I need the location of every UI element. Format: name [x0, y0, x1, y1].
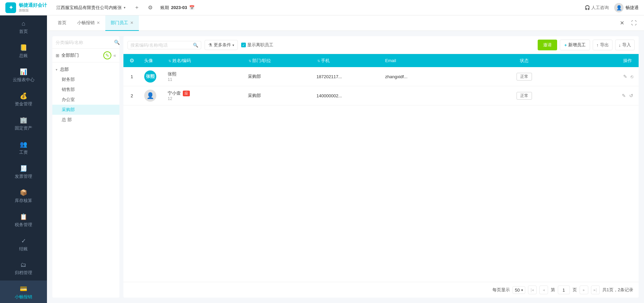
more-filter-button[interactable]: ⚗ 更多条件 ▾	[205, 40, 238, 50]
employee-panel: 🔍 ⚗ 更多条件 ▾ ✓ 显示离职员工 邀请	[123, 36, 639, 298]
top-header: ✦ 畅捷通好会计 旗舰版 江西服宝精品有限责任公司内账张 ▾ ＋ ⚙ 账期 20…	[0, 0, 644, 15]
table-row: 2 👤 宁小壹	[123, 86, 639, 105]
edit-button[interactable]: ✎	[622, 93, 626, 98]
employee-toolbar: 🔍 ⚗ 更多条件 ▾ ✓ 显示离职员工 邀请	[123, 36, 639, 54]
sidebar-item-fund[interactable]: 💰 资金管理	[0, 88, 47, 112]
col-email: Email	[381, 54, 467, 67]
collapse-dept-icon[interactable]: «	[113, 53, 116, 58]
tab-expense[interactable]: 小畅报销 ✕	[72, 15, 105, 31]
sidebar-item-inventory[interactable]: 📦 库存核算	[0, 184, 47, 208]
next-page-button[interactable]: ▸	[580, 286, 588, 294]
ledger-icon: 📒	[20, 44, 27, 51]
dept-item-general[interactable]: 总 部	[52, 115, 119, 125]
dept-item-procurement[interactable]: 采购部	[52, 105, 119, 115]
col-status: 状态	[467, 54, 581, 67]
import-button[interactable]: ↓ 导入	[615, 40, 635, 50]
app-edition: 旗舰版	[19, 8, 47, 13]
period-value: 2023-03	[171, 5, 187, 10]
dept-item-office[interactable]: 办公室	[52, 95, 119, 105]
table-settings-icon[interactable]: ⚙	[129, 58, 134, 63]
fund-icon: 💰	[20, 92, 27, 100]
dept-group-header-headquarters[interactable]: ▾ 总部	[52, 64, 119, 74]
dept-edit-button[interactable]: ✎	[103, 51, 111, 59]
first-page-button[interactable]: |◂	[528, 286, 537, 294]
header-right: 🎧 人工咨询 👤 畅捷通	[585, 3, 639, 12]
row-phone: 140000002...	[313, 86, 381, 105]
sidebar-item-assets[interactable]: 🏢 固定资产	[0, 112, 47, 136]
tab-home[interactable]: 首页	[52, 15, 72, 31]
col-phone[interactable]: ⇅ 手机	[313, 54, 381, 67]
toolbar-right: 邀请 + 新增员工 ↑ 导出 ↓ 导入	[538, 40, 635, 50]
customer-service-button[interactable]: 🎧 人工咨询	[585, 5, 609, 11]
row-name-code: 宁小壹 应 12	[164, 86, 244, 105]
checkbox-box: ✓	[241, 43, 246, 47]
sidebar-item-tax[interactable]: 📋 税务管理	[0, 208, 47, 233]
employee-table: ⚙ 头像 ⇅ 姓名/编码 ⇅	[123, 54, 639, 282]
user-name: 畅捷通	[626, 5, 639, 11]
last-page-button[interactable]: ▸|	[591, 286, 600, 294]
sidebar-item-expense[interactable]: 💳 小畅报销	[0, 281, 47, 303]
col-actions: 操作	[581, 54, 639, 67]
col-dept-position[interactable]: ⇅ 部门/职位	[244, 54, 313, 67]
dept-search-input[interactable]	[56, 40, 112, 45]
row-no: 1	[123, 67, 140, 86]
dept-item-sales[interactable]: 销售部	[52, 85, 119, 95]
employee-search-icon[interactable]: 🔍	[193, 43, 198, 48]
chevron-down-icon: ▾	[521, 288, 523, 292]
avatar: 👤	[144, 90, 156, 102]
calendar-icon[interactable]: 📅	[189, 5, 195, 10]
employee-badge: 应	[183, 91, 190, 96]
tab-expense-close[interactable]: ✕	[97, 20, 100, 25]
row-no: 2	[123, 86, 140, 105]
sidebar-item-ledger[interactable]: 📒 总账	[0, 39, 47, 63]
settings-icon[interactable]: ⚙	[146, 3, 155, 12]
sort-icon3: ⇅	[317, 59, 320, 63]
inventory-icon: 📦	[20, 189, 27, 196]
sidebar-item-close[interactable]: ✓ 结账	[0, 233, 47, 257]
sidebar-item-reports[interactable]: 📊 云报表中心	[0, 63, 47, 88]
user-area[interactable]: 👤 畅捷通	[614, 3, 639, 12]
col-settings: ⚙	[123, 54, 140, 67]
col-avatar: 头像	[140, 54, 164, 67]
row-avatar: 👤	[140, 86, 164, 105]
sidebar-item-home[interactable]: ⌂ 首页	[0, 15, 47, 39]
tab-department-close[interactable]: ✕	[130, 20, 133, 25]
page-size-select[interactable]: 50 ▾	[513, 286, 525, 294]
employee-search-box: 🔍	[127, 41, 201, 49]
add-employee-button[interactable]: + 新增员工	[560, 40, 590, 50]
export-button[interactable]: ↑ 导出	[593, 40, 612, 50]
edit-button[interactable]: ✎	[623, 74, 627, 79]
all-dept-button[interactable]: ⊞ 全部部门	[56, 52, 79, 58]
show-resigned-checkbox[interactable]: ✓ 显示离职员工	[241, 42, 273, 48]
dept-search-area: 🔍	[52, 36, 119, 49]
chevron-down-icon: ▾	[124, 6, 125, 9]
sort-icon: ⇅	[168, 59, 171, 63]
company-selector[interactable]: 江西服宝精品有限责任公司内账张 ▾	[52, 5, 129, 11]
sidebar-item-payroll[interactable]: 👥 工资	[0, 136, 47, 160]
page-number-input[interactable]	[558, 286, 570, 294]
col-name-code[interactable]: ⇅ 姓名/编码	[164, 54, 244, 67]
tax-icon: 📋	[20, 213, 27, 220]
sidebar-item-invoice[interactable]: 🧾 发票管理	[0, 160, 47, 184]
dept-header: ⊞ 全部部门 ✎ «	[52, 49, 119, 62]
dept-search-icon[interactable]: 🔍	[114, 40, 119, 45]
tab-department[interactable]: 部门员工 ✕	[105, 15, 139, 31]
prev-page-button[interactable]: ◂	[539, 286, 548, 294]
filter-icon: ⚗	[208, 43, 212, 48]
row-phone: 187202117...	[313, 67, 381, 86]
sidebar-item-archive[interactable]: 🗂 归档管理	[0, 257, 47, 281]
period-label: 账期	[160, 5, 169, 11]
logout-button[interactable]: ⎋	[631, 74, 633, 79]
tree-expand-icon: ▾	[56, 68, 57, 71]
dept-item-finance[interactable]: 财务部	[52, 74, 119, 85]
maximize-button[interactable]: ⛶	[629, 18, 639, 28]
close-tab-button[interactable]: ✕	[617, 18, 627, 28]
employee-search-input[interactable]	[130, 43, 191, 48]
tabs-right-actions: ✕ ⛶	[617, 18, 639, 28]
invite-button[interactable]: 邀请	[538, 40, 557, 50]
avatar: 张熙	[144, 70, 156, 83]
check-icon: ✓	[242, 43, 245, 47]
reports-icon: 📊	[20, 68, 27, 75]
add-tab-button[interactable]: ＋	[132, 3, 142, 12]
reset-button[interactable]: ↺	[629, 93, 633, 98]
